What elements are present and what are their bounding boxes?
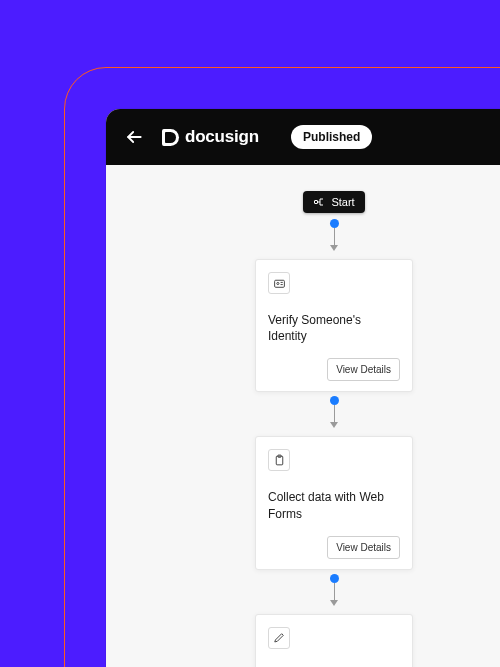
svg-point-7 [276, 282, 278, 284]
connector-dot [330, 219, 339, 228]
connector-dot [330, 574, 339, 583]
workflow-canvas[interactable]: Start Verify Someone's Identity [106, 165, 500, 667]
back-arrow-icon[interactable] [124, 127, 144, 147]
clipboard-icon [268, 449, 290, 471]
step-title: Verify Someone's Identity [268, 312, 400, 344]
workflow-step-verify-identity[interactable]: Verify Someone's Identity View Details [255, 259, 413, 392]
connector [330, 228, 338, 251]
view-details-button[interactable]: View Details [327, 358, 400, 381]
start-label: Start [331, 196, 354, 208]
brand-name: docusign [185, 127, 259, 147]
workflow-step-collect-data[interactable]: Collect data with Web Forms View Details [255, 436, 413, 569]
view-details-button[interactable]: View Details [327, 536, 400, 559]
svg-rect-1 [315, 201, 318, 204]
brand-logo: docusign [162, 127, 259, 147]
step-title: Collect data with Web Forms [268, 489, 400, 521]
connector-dot [330, 396, 339, 405]
brand-mark-icon [162, 129, 179, 146]
branch-icon [313, 196, 325, 208]
status-badge: Published [291, 125, 372, 149]
app-header: docusign Published [106, 109, 500, 165]
svg-rect-6 [274, 280, 284, 287]
id-card-icon [268, 272, 290, 294]
workflow-step-get-signatures[interactable]: Get Signatures View Details [255, 614, 413, 667]
connector [330, 583, 338, 606]
start-node[interactable]: Start [303, 191, 364, 213]
connector [330, 405, 338, 428]
workflow-flow: Start Verify Someone's Identity [255, 165, 413, 667]
app-window: docusign Published Start [106, 109, 500, 667]
pen-icon [268, 627, 290, 649]
